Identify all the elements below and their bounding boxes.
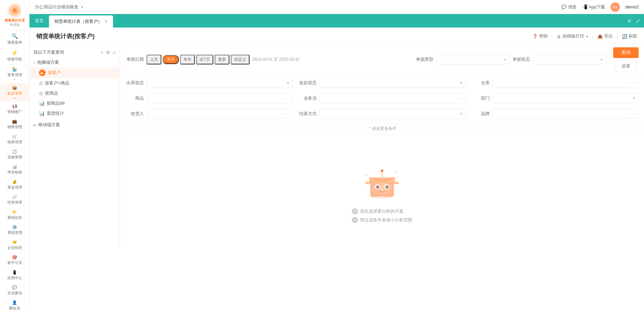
sidebar-item-enterprise[interactable]: 🤝 企业协同: [0, 238, 29, 253]
mobile-group-item[interactable]: ▶ 移动端方案: [30, 120, 120, 130]
date-btn-this-year[interactable]: 本年: [180, 55, 195, 64]
svg-rect-5: [369, 177, 395, 182]
refresh-button[interactable]: 🔄 刷新: [622, 33, 637, 39]
doc-status-select[interactable]: ▾: [533, 54, 606, 64]
receiver-dots-icon: ···: [284, 111, 289, 116]
sidebar-item-member[interactable]: 👤 畅会员: [0, 298, 29, 310]
tab-maximize-icon[interactable]: ⤢: [634, 16, 641, 25]
sidebar-item-sales[interactable]: 💼 销售管理: [0, 117, 29, 132]
tree-item-ret-icon: 📊: [39, 111, 45, 116]
sidebar-item-marketing[interactable]: 📢 营销推广: [0, 102, 29, 117]
desktop-group-item[interactable]: ▾ 电脑端方案: [30, 57, 120, 67]
template-print-button[interactable]: 🖨 按模板打印 ▾: [557, 33, 588, 39]
sales-icon: 💼: [12, 119, 17, 124]
sidebar-item-basic[interactable]: 📁 基础信息: [0, 207, 29, 222]
tree-item-by-goods[interactable]: ⊞ 按商品: [30, 88, 120, 98]
inventory-label: 库存核算: [7, 170, 22, 175]
tab-sales-report-label: 销货单统计表（按客户）: [54, 18, 102, 24]
sidebar-item-guide[interactable]: 🎯 新手引导: [0, 253, 29, 268]
right-filter-group: 单据类型 ▾ 单据状态 ▾: [416, 47, 639, 71]
wholesale-label: 批发管理: [7, 91, 22, 96]
tree-item-cg-label: 按客户+商品: [45, 80, 69, 86]
sidebar-item-wechat[interactable]: 💬 企业微信: [0, 283, 29, 298]
app-center-icon: 📱: [12, 270, 17, 275]
date-btn-last-month[interactable]: 上月: [147, 55, 161, 64]
tab-close-icon[interactable]: ✕: [104, 19, 108, 24]
basic-icon: 📁: [12, 210, 17, 214]
app-download-button[interactable]: 📲 App下载: [582, 4, 605, 10]
quick-nav-item[interactable]: ⚡ 快捷导航: [0, 48, 29, 65]
brand-dots-icon: ···: [630, 111, 635, 116]
print-icon: 🖨: [557, 34, 561, 39]
tab-home[interactable]: 首页: [30, 14, 49, 28]
export-button[interactable]: 📤 导出: [597, 33, 613, 39]
tree-item-g99-icon: 📊: [39, 101, 45, 106]
add-scheme-button[interactable]: +: [101, 50, 103, 55]
template-print-label: 按模板打印: [562, 33, 584, 39]
empty-state: ✦ ✦ ✦ ① 请先选择要分析的方案 ② 用过滤条件来缩小分析范围: [120, 135, 644, 250]
filter-row-3: 商品 ··· 业务员 ···: [120, 91, 644, 106]
sidebar-item-purchase[interactable]: 📋 采购管理: [0, 147, 29, 162]
app-sub-text: 标准版: [10, 22, 20, 27]
help-button[interactable]: ❓ 帮助: [532, 33, 548, 39]
header-left: 办公用品行业模拟账套 ▾: [35, 4, 83, 10]
date-btn-this-month[interactable]: 本月: [163, 55, 179, 64]
sidebar-item-ecommerce[interactable]: 🛒 电商管理: [0, 132, 29, 147]
tab-close-window-icon[interactable]: ✕: [626, 16, 633, 25]
settings-scheme-button[interactable]: ⚙: [106, 50, 110, 55]
sidebar-item-finance[interactable]: 💰 资金管理: [0, 177, 29, 192]
svg-point-11: [387, 186, 388, 187]
left-panel-header: 按以下方案查询 + ⚙ «: [30, 47, 120, 57]
settings-button[interactable]: 设置: [614, 61, 637, 71]
out-status-select[interactable]: ▾: [147, 78, 293, 88]
date-btn-7days[interactable]: 近7天: [196, 55, 213, 64]
sidebar-item-wholesale[interactable]: 📦 批发管理 ▴: [0, 83, 29, 102]
main-area: 办公用品行业模拟账套 ▾ 💬 消息 📲 App下载 Ea demo2 首页 销货…: [30, 0, 644, 310]
tree-item-returns[interactable]: 📊 退货统计: [30, 108, 120, 118]
username-text[interactable]: demo2: [625, 4, 639, 9]
action-divider-3: |: [617, 34, 618, 39]
sidebar-item-system[interactable]: ⚙️ 系统管理: [0, 222, 29, 238]
tree-item-by-customer[interactable]: ▶ 按客户: [30, 67, 120, 78]
search-icon: 🔍: [11, 33, 18, 39]
page-content: 销货单统计表(按客户) ❓ 帮助 | 🖨 按模板打印 ▾ | 📤: [30, 28, 644, 310]
settlement-chevron-icon: ▾: [460, 112, 462, 116]
tree-item-customer-goods[interactable]: ⊞ 按客户+商品: [30, 78, 120, 88]
query-button[interactable]: 查询: [613, 47, 639, 58]
department-select[interactable]: ▾: [492, 93, 639, 103]
date-btn-custom[interactable]: 自定义: [231, 55, 250, 64]
payment-status-select[interactable]: ▾: [319, 78, 466, 88]
desktop-group-label: 电脑端方案: [37, 59, 59, 65]
tabbar-actions: ✕ ⤢: [626, 16, 644, 25]
message-button[interactable]: 💬 消息: [561, 4, 577, 10]
avatar[interactable]: Ea: [610, 2, 620, 12]
page-actions: ❓ 帮助 | 🖨 按模板打印 ▾ | 📤 导出 |: [532, 33, 637, 39]
marketing-label: 营销推广: [7, 109, 22, 114]
warehouse-dots-icon: ···: [630, 80, 635, 86]
collapse-bar[interactable]: ⌃ 收起更多条件: [120, 123, 644, 134]
svg-text:畅: 畅: [12, 8, 17, 13]
receiver-select[interactable]: ···: [147, 109, 293, 119]
doc-type-select[interactable]: ▾: [436, 54, 510, 64]
enterprise-icon: 🤝: [12, 240, 17, 245]
brand-select[interactable]: ···: [492, 109, 639, 119]
sidebar-item-operation[interactable]: 📈 经营管理: [0, 192, 29, 207]
goods-select[interactable]: ···: [147, 93, 293, 103]
tree-item-goods-99[interactable]: 📊 按商品99: [30, 98, 120, 108]
sidebar-item-retail[interactable]: 🏪 零售管理 ▾: [0, 65, 29, 83]
warehouse-select[interactable]: ···: [492, 78, 639, 88]
salesperson-select[interactable]: ···: [319, 93, 466, 103]
breadcrumb-dropdown-icon[interactable]: ▾: [81, 5, 83, 9]
sidebar-item-app-center[interactable]: 📱 应用中心: [0, 268, 29, 283]
purchase-label: 采购管理: [7, 155, 22, 160]
search-menu-item[interactable]: 🔍 搜索菜单: [0, 30, 29, 48]
settlement-select[interactable]: ▾: [319, 109, 466, 119]
goods-dots-icon: ···: [284, 96, 289, 101]
operation-label: 经营管理: [7, 200, 22, 205]
sidebar-item-inventory[interactable]: 📊 库存核算: [0, 162, 29, 177]
tab-sales-report[interactable]: 销货单统计表（按客户） ✕: [49, 15, 113, 28]
date-btn-more[interactable]: 更多: [215, 55, 229, 64]
out-status-chevron-icon: ▾: [287, 81, 289, 85]
collapse-panel-button[interactable]: «: [113, 50, 116, 55]
svg-point-10: [378, 186, 379, 187]
